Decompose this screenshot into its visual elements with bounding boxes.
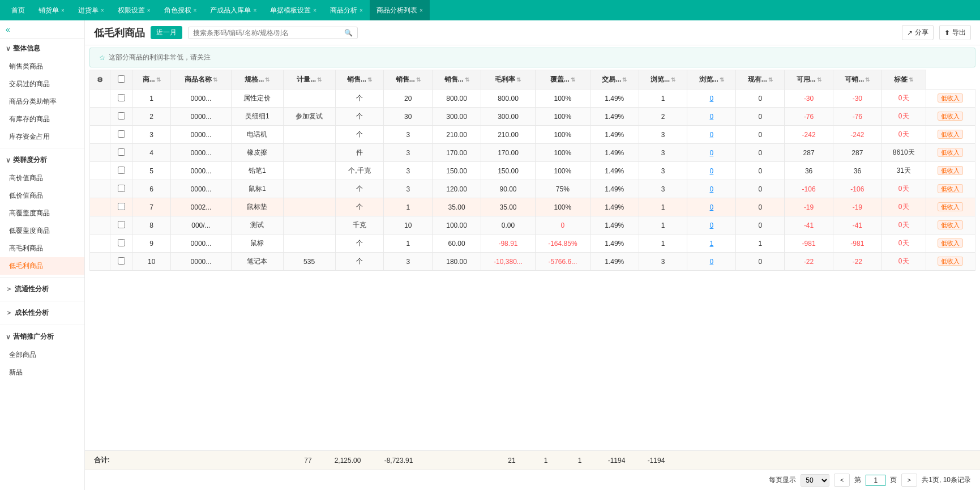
cell-browse1[interactable]: 0 xyxy=(687,90,736,108)
sidebar-section-growth[interactable]: ＞ 成长性分析 xyxy=(0,304,84,322)
row-checkbox-7[interactable] xyxy=(118,221,125,228)
period-button[interactable]: 近一月 xyxy=(151,26,182,39)
search-icon[interactable]: 🔍 xyxy=(344,29,353,37)
cell-browse1[interactable]: 0 xyxy=(687,216,736,235)
cell-checkbox[interactable] xyxy=(110,162,132,180)
nav-sales[interactable]: 销货单 × xyxy=(32,0,71,20)
cell-browse1[interactable]: 0 xyxy=(687,144,736,162)
nav-product-entry-close[interactable]: × xyxy=(253,7,256,14)
col-unit[interactable]: 计量...⇅ xyxy=(283,70,335,90)
col-name[interactable]: 商品名称⇅ xyxy=(171,70,232,90)
sidebar-section-flow[interactable]: ＞ 流通性分析 xyxy=(0,280,84,299)
sidebar-item-traded-goods[interactable]: 交易过的商品 xyxy=(0,75,84,93)
nav-permissions-close[interactable]: × xyxy=(147,7,151,14)
col-browse2[interactable]: 浏览...⇅ xyxy=(687,70,736,90)
col-coverage[interactable]: 覆盖...⇅ xyxy=(535,70,590,90)
col-sales-profit[interactable]: 销售...⇅ xyxy=(433,70,481,90)
prev-page-btn[interactable]: ＜ xyxy=(834,474,850,487)
row-checkbox-6[interactable] xyxy=(118,203,125,210)
select-all-checkbox[interactable] xyxy=(118,75,125,83)
tag-badge: 低收入 xyxy=(938,93,963,103)
cell-checkbox[interactable] xyxy=(110,180,132,198)
sidebar-collapse-btn[interactable]: « xyxy=(6,25,10,34)
sidebar-section-overall[interactable]: ∨ 整体信息 xyxy=(0,39,84,58)
col-sellable-days[interactable]: 可销...⇅ xyxy=(833,70,881,90)
sidebar-item-new-goods[interactable]: 新品 xyxy=(0,364,84,381)
cell-checkbox[interactable] xyxy=(110,108,132,126)
sidebar-item-low-margin[interactable]: 低毛利商品 xyxy=(0,257,84,275)
cell-unit: 个 xyxy=(335,235,384,253)
nav-purchase-close[interactable]: × xyxy=(101,7,104,14)
cell-browse1[interactable]: 0 xyxy=(687,108,736,126)
cell-spec xyxy=(283,90,335,108)
sidebar-section-cluster[interactable]: ∨ 类群度分析 xyxy=(0,151,84,169)
cell-current-stock: -22 xyxy=(785,253,833,271)
cell-browse1[interactable]: 0 xyxy=(687,253,736,271)
nav-goods-analysis[interactable]: 商品分析 × xyxy=(323,0,370,20)
cell-checkbox[interactable] xyxy=(110,144,132,162)
cell-browse1[interactable]: 0 xyxy=(687,198,736,216)
cell-checkbox[interactable] xyxy=(110,198,132,216)
sidebar-item-low-value[interactable]: 低价值商品 xyxy=(0,187,84,204)
col-checkbox[interactable] xyxy=(110,70,132,90)
cell-browse1[interactable]: 1 xyxy=(687,235,736,253)
nav-sales-close[interactable]: × xyxy=(61,7,65,14)
cell-checkbox[interactable] xyxy=(110,126,132,144)
next-page-btn[interactable]: ＞ xyxy=(901,474,917,487)
nav-goods-analysis-list-close[interactable]: × xyxy=(420,7,423,14)
nav-template-close[interactable]: × xyxy=(313,7,316,14)
export-button[interactable]: ⬆ 导出 xyxy=(939,25,971,40)
col-sales-amount[interactable]: 销售...⇅ xyxy=(384,70,433,90)
row-checkbox-2[interactable] xyxy=(118,130,125,138)
cell-tag: 低收入 xyxy=(926,144,975,162)
row-checkbox-4[interactable] xyxy=(118,167,125,174)
row-checkbox-8[interactable] xyxy=(118,239,125,246)
col-available-stock[interactable]: 可用...⇅ xyxy=(785,70,833,90)
col-transaction[interactable]: 交易...⇅ xyxy=(590,70,639,90)
nav-permissions[interactable]: 权限设置 × xyxy=(111,0,157,20)
sidebar-item-stock-goods[interactable]: 有库存的商品 xyxy=(0,110,84,128)
row-checkbox-1[interactable] xyxy=(118,112,125,120)
cell-checkbox[interactable] xyxy=(110,90,132,108)
nav-goods-analysis-list[interactable]: 商品分析列表 × xyxy=(370,0,430,20)
col-tag[interactable]: 标签⇅ xyxy=(881,70,926,90)
cell-browse1[interactable]: 0 xyxy=(687,180,736,198)
nav-roles[interactable]: 角色授权 × xyxy=(157,0,204,20)
nav-roles-close[interactable]: × xyxy=(194,7,197,14)
sidebar-section-marketing[interactable]: ∨ 营销推广分析 xyxy=(0,327,84,346)
sidebar-item-category-rate[interactable]: 商品分类助销率 xyxy=(0,93,84,110)
cell-browse1[interactable]: 0 xyxy=(687,126,736,144)
col-code[interactable]: 商...⇅ xyxy=(132,70,171,90)
col-sales-qty[interactable]: 销售...⇅ xyxy=(335,70,384,90)
nav-purchase[interactable]: 进货单 × xyxy=(71,0,111,20)
nav-template[interactable]: 单据模板设置 × xyxy=(263,0,323,20)
page-number-input[interactable] xyxy=(866,475,885,486)
sidebar-item-low-coverage[interactable]: 低覆盖度商品 xyxy=(0,222,84,240)
row-checkbox-5[interactable] xyxy=(118,185,125,192)
sidebar-item-high-margin[interactable]: 高毛利商品 xyxy=(0,240,84,257)
col-spec[interactable]: 规格...⇅ xyxy=(231,70,283,90)
nav-goods-analysis-close[interactable]: × xyxy=(360,7,363,14)
sidebar-item-sales-goods[interactable]: 销售类商品 xyxy=(0,58,84,75)
row-checkbox-9[interactable] xyxy=(118,257,125,265)
share-button[interactable]: ↗ 分享 xyxy=(902,25,934,40)
nav-home[interactable]: 首页 xyxy=(5,0,32,20)
sidebar-item-all-goods[interactable]: 全部商品 xyxy=(0,346,84,364)
cell-checkbox[interactable] xyxy=(110,216,132,235)
cell-checkbox[interactable] xyxy=(110,235,132,253)
sidebar-item-high-coverage[interactable]: 高覆盖度商品 xyxy=(0,204,84,222)
row-checkbox-0[interactable] xyxy=(118,94,125,101)
total-text: 共1页, 10条记录 xyxy=(922,475,971,485)
col-current-stock[interactable]: 现有...⇅ xyxy=(736,70,785,90)
search-input[interactable] xyxy=(193,29,344,37)
sidebar-item-stock-funds[interactable]: 库存资金占用 xyxy=(0,128,84,146)
per-page-select[interactable]: 50 20 100 xyxy=(801,474,829,487)
nav-product-entry[interactable]: 产成品入库单 × xyxy=(203,0,263,20)
col-settings[interactable]: ⚙ xyxy=(90,70,110,90)
col-browse1[interactable]: 浏览...⇅ xyxy=(639,70,687,90)
sidebar-item-high-value[interactable]: 高价值商品 xyxy=(0,169,84,187)
cell-browse1[interactable]: 0 xyxy=(687,162,736,180)
col-gross-margin[interactable]: 毛利率⇅ xyxy=(481,70,536,90)
row-checkbox-3[interactable] xyxy=(118,148,125,156)
cell-checkbox[interactable] xyxy=(110,253,132,271)
